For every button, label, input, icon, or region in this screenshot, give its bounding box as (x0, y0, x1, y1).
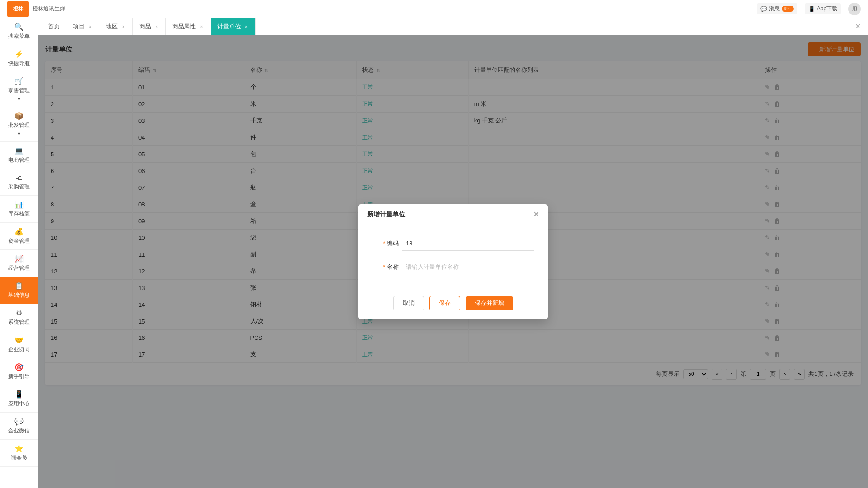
app-icon: 📱 (808, 6, 815, 12)
modal-header: 新增计量单位 ✕ (358, 204, 548, 225)
add-unit-modal: 新增计量单位 ✕ 编码 名称 取消 (358, 204, 548, 319)
sidebar-label-vip: 嗨会员 (11, 454, 27, 462)
message-button[interactable]: 💬 消息 99+ (757, 3, 797, 14)
sidebar-item-finance[interactable]: 💰 资金管理 (0, 223, 38, 250)
message-icon: 💬 (760, 6, 767, 12)
code-label: 编码 (372, 239, 399, 248)
logo-icon: 橙林 (7, 1, 29, 17)
modal-body: 编码 名称 (358, 225, 548, 291)
appcenter-icon: 📱 (14, 390, 24, 399)
tab-close-project[interactable]: × (87, 23, 93, 30)
save-button[interactable]: 保存 (429, 296, 460, 310)
ecommerce-icon: 💻 (14, 146, 24, 155)
sidebar-item-appcenter[interactable]: 📱 应用中心 (0, 385, 38, 413)
tab-attribute[interactable]: 商品属性 × (166, 18, 211, 35)
sidebar-label-nav: 快捷导航 (8, 60, 30, 67)
retail-icon: 🛒 (14, 77, 24, 85)
tab-close-region[interactable]: × (120, 23, 126, 30)
sidebar-label-search: 搜索菜单 (8, 33, 30, 40)
name-label: 名称 (372, 263, 399, 271)
sidebar-label-partner: 企业协同 (8, 346, 30, 353)
sidebar-item-stock[interactable]: 📊 库存核算 (0, 196, 38, 223)
partner-icon: 🤝 (14, 336, 24, 344)
tab-region[interactable]: 地区 × (99, 18, 132, 35)
form-row-name: 名称 (372, 260, 534, 274)
sidebar-item-purchase[interactable]: 🛍 采购管理 (0, 169, 38, 196)
tab-close-unit[interactable]: × (244, 23, 249, 30)
sidebar-label-purchase: 采购管理 (8, 183, 30, 191)
modal-overlay: 新增计量单位 ✕ 编码 名称 取消 (38, 35, 868, 488)
top-header: 橙林 橙林通讯生鲜 💬 消息 99+ 📱 App下载 用 (0, 0, 868, 18)
sidebar-item-retail[interactable]: 🛒 零售管理 ▾ (0, 72, 38, 107)
system-icon: ⚙ (16, 309, 22, 317)
tab-close-product[interactable]: × (154, 23, 159, 30)
sidebar-item-newbie[interactable]: 🎯 新手引导 (0, 358, 38, 385)
code-input[interactable] (402, 236, 534, 251)
sidebar-item-system[interactable]: ⚙ 系统管理 (0, 304, 38, 331)
sidebar-label-operation: 经营管理 (8, 264, 30, 272)
newbie-icon: 🎯 (14, 363, 24, 371)
message-badge: 99+ (782, 6, 794, 12)
modal-title: 新增计量单位 (367, 211, 405, 219)
sidebar-item-nav[interactable]: ⚡ 快捷导航 (0, 45, 38, 72)
logo-area: 橙林 橙林通讯生鲜 (7, 1, 65, 17)
tab-bar: 首页 项目 × 地区 × 商品 × 商品属性 × 计量单位 × ✕ (38, 18, 868, 35)
sidebar-label-finance: 资金管理 (8, 237, 30, 245)
sidebar-label-appcenter: 应用中心 (8, 400, 30, 408)
cancel-button[interactable]: 取消 (393, 296, 424, 310)
header-right: 💬 消息 99+ 📱 App下载 用 (757, 3, 861, 15)
tab-project[interactable]: 项目 × (66, 18, 99, 35)
nav-icon: ⚡ (14, 50, 24, 58)
logo-text: 橙林通讯生鲜 (33, 5, 65, 13)
main-layout: 🔍 搜索菜单 ⚡ 快捷导航 🛒 零售管理 ▾ 📦 批发管理 ▾ 💻 电商管理 🛍… (0, 18, 868, 488)
sidebar-label-basic: 基础信息 (8, 291, 30, 299)
save-and-new-button[interactable]: 保存并新增 (466, 296, 513, 310)
tab-product[interactable]: 商品 × (133, 18, 166, 35)
sidebar-label-newbie: 新手引导 (8, 373, 30, 380)
basic-icon: 📋 (14, 282, 24, 290)
operation-icon: 📈 (14, 254, 24, 263)
sidebar-item-operation[interactable]: 📈 经营管理 (0, 250, 38, 277)
sidebar-label-wholesale: 批发管理 (8, 122, 30, 129)
sidebar-item-partner[interactable]: 🤝 企业协同 (0, 331, 38, 358)
sidebar-item-basic[interactable]: 📋 基础信息 (0, 277, 38, 304)
enterprise-icon: 💬 (14, 417, 24, 426)
tab-close-attribute[interactable]: × (198, 23, 204, 30)
tab-home[interactable]: 首页 (42, 18, 66, 35)
form-row-code: 编码 (372, 236, 534, 251)
wholesale-icon: 📦 (14, 112, 24, 120)
avatar[interactable]: 用 (848, 3, 861, 15)
stock-icon: 📊 (14, 200, 24, 209)
sidebar-item-search[interactable]: 🔍 搜索菜单 (0, 18, 38, 45)
sidebar-label-system: 系统管理 (8, 319, 30, 326)
modal-footer: 取消 保存 保存并新增 (358, 291, 548, 319)
sidebar-label-ecommerce: 电商管理 (8, 156, 30, 164)
close-all-tabs-button[interactable]: ✕ (851, 22, 864, 31)
sidebar-label-retail: 零售管理 (8, 87, 30, 94)
vip-icon: ⭐ (14, 444, 24, 453)
sidebar-item-wholesale[interactable]: 📦 批发管理 ▾ (0, 107, 38, 142)
sidebar-label-stock: 库存核算 (8, 210, 30, 218)
sidebar-item-ecommerce[interactable]: 💻 电商管理 (0, 142, 38, 169)
app-download-button[interactable]: 📱 App下载 (805, 3, 841, 14)
tab-unit[interactable]: 计量单位 × (211, 18, 256, 35)
sidebar-item-enterprise[interactable]: 💬 企业微信 (0, 413, 38, 440)
modal-close-button[interactable]: ✕ (533, 211, 539, 218)
sidebar-label-enterprise: 企业微信 (8, 427, 30, 435)
search-icon: 🔍 (14, 23, 24, 31)
name-input[interactable] (402, 260, 534, 274)
page-body: 计量单位 + 新增计量单位 序号 编码 ⇅ 名称 ⇅ 状态 ⇅ 计量单位匹配的名… (38, 35, 868, 488)
purchase-icon: 🛍 (15, 174, 23, 182)
finance-icon: 💰 (14, 227, 24, 236)
main-content: 首页 项目 × 地区 × 商品 × 商品属性 × 计量单位 × ✕ (38, 18, 868, 488)
sidebar-item-vip[interactable]: ⭐ 嗨会员 (0, 440, 38, 467)
sidebar: 🔍 搜索菜单 ⚡ 快捷导航 🛒 零售管理 ▾ 📦 批发管理 ▾ 💻 电商管理 🛍… (0, 18, 38, 488)
